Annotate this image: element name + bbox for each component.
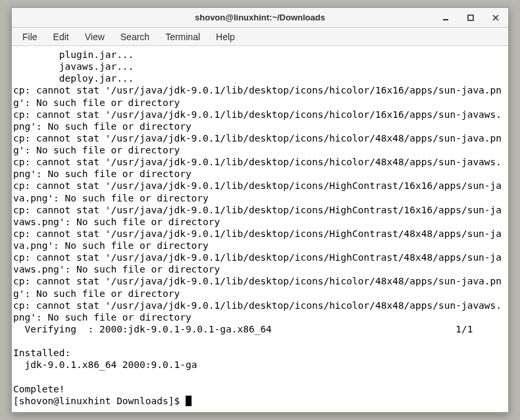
prompt: [shovon@linuxhint Downloads]$ xyxy=(13,396,186,406)
window-title: shovon@linuxhint:~/Downloads xyxy=(195,13,325,22)
svg-rect-0 xyxy=(443,19,448,20)
menu-terminal[interactable]: Terminal xyxy=(157,29,208,45)
menu-edit[interactable]: Edit xyxy=(45,29,77,45)
menu-help[interactable]: Help xyxy=(208,29,243,45)
close-button[interactable] xyxy=(483,8,508,28)
maximize-button[interactable] xyxy=(458,8,483,28)
window-controls xyxy=(433,8,508,27)
menu-file[interactable]: File xyxy=(14,29,45,45)
close-icon xyxy=(492,14,499,21)
maximize-icon xyxy=(467,14,474,21)
menubar: File Edit View Search Terminal Help xyxy=(12,28,508,46)
cursor xyxy=(186,396,192,406)
menu-search[interactable]: Search xyxy=(113,29,157,45)
minimize-button[interactable] xyxy=(433,8,458,28)
titlebar: shovon@linuxhint:~/Downloads xyxy=(12,8,508,28)
menu-view[interactable]: View xyxy=(77,29,113,45)
terminal-output[interactable]: plugin.jar... javaws.jar... deploy.jar..… xyxy=(12,46,508,412)
terminal-window: shovon@linuxhint:~/Downloads File Edit V… xyxy=(11,7,509,413)
svg-rect-1 xyxy=(468,15,473,20)
minimize-icon xyxy=(442,14,449,21)
